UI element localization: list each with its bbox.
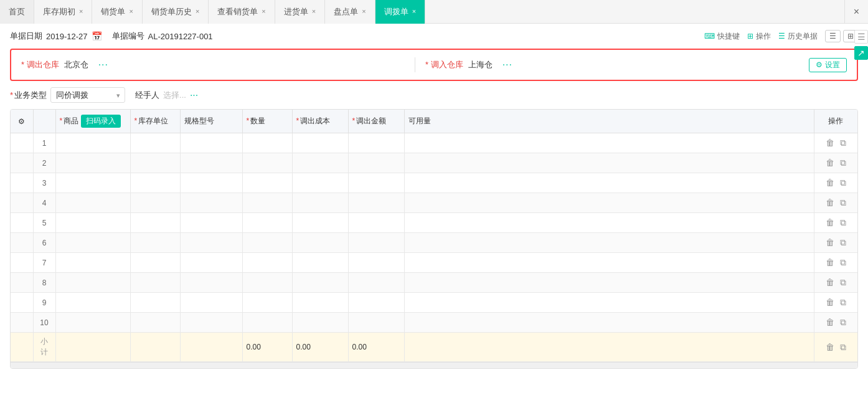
business-type-select[interactable]: 同价调拨 — [50, 87, 125, 103]
delete-icon[interactable]: 🗑 — [826, 342, 834, 352]
row-spec-cell[interactable] — [180, 313, 242, 333]
horizontal-scrollbar[interactable] — [11, 362, 857, 368]
delete-icon[interactable]: 🗑 — [826, 178, 834, 188]
row-product-cell[interactable] — [55, 173, 130, 193]
row-spec-cell[interactable] — [180, 253, 242, 273]
row-spec-cell[interactable] — [180, 173, 242, 193]
row-amount-cell[interactable] — [348, 233, 404, 253]
copy-icon[interactable]: ⧉ — [840, 138, 846, 148]
row-product-cell[interactable] — [55, 313, 130, 333]
row-qty-cell[interactable] — [242, 153, 292, 173]
row-qty-cell[interactable] — [242, 293, 292, 313]
delete-icon[interactable]: 🗑 — [826, 297, 834, 307]
row-cost-cell[interactable] — [292, 133, 348, 153]
copy-icon[interactable]: ⧉ — [840, 317, 846, 327]
row-amount-cell[interactable] — [348, 173, 404, 193]
copy-icon[interactable]: ⧉ — [840, 297, 846, 307]
row-amount-cell[interactable] — [348, 273, 404, 293]
row-cost-cell[interactable] — [292, 293, 348, 313]
row-cost-cell[interactable] — [292, 193, 348, 213]
row-qty-cell[interactable] — [242, 253, 292, 273]
close-icon[interactable]: × — [362, 8, 366, 15]
row-spec-cell[interactable] — [180, 213, 242, 233]
row-product-cell[interactable] — [55, 293, 130, 313]
row-product-cell[interactable] — [55, 253, 130, 273]
delete-icon[interactable]: 🗑 — [826, 317, 834, 327]
row-cost-cell[interactable] — [292, 273, 348, 293]
row-unit-cell[interactable] — [130, 213, 180, 233]
actions-button[interactable]: ⊞ 操作 — [747, 31, 771, 42]
close-icon[interactable]: × — [196, 8, 199, 15]
copy-icon[interactable]: ⧉ — [840, 217, 846, 227]
row-cost-cell[interactable] — [292, 253, 348, 273]
row-unit-cell[interactable] — [130, 313, 180, 333]
handler-more-button[interactable]: ··· — [190, 90, 198, 101]
row-amount-cell[interactable] — [348, 193, 404, 213]
tab-sales-order[interactable]: 销货单 × — [92, 0, 142, 24]
delete-icon[interactable]: 🗑 — [826, 138, 834, 148]
row-unit-cell[interactable] — [130, 193, 180, 213]
row-spec-cell[interactable] — [180, 153, 242, 173]
row-unit-cell[interactable] — [130, 253, 180, 273]
tab-transfer[interactable]: 调拨单 × — [375, 0, 425, 24]
row-product-cell[interactable] — [55, 273, 130, 293]
tab-inventory-init[interactable]: 库存期初 × — [34, 0, 92, 24]
row-qty-cell[interactable] — [242, 273, 292, 293]
close-icon[interactable]: × — [129, 8, 133, 15]
row-unit-cell[interactable] — [130, 293, 180, 313]
row-spec-cell[interactable] — [180, 233, 242, 253]
delete-icon[interactable]: 🗑 — [826, 257, 834, 267]
history-button[interactable]: ☰ 历史单据 — [778, 31, 818, 42]
row-qty-cell[interactable] — [242, 133, 292, 153]
row-unit-cell[interactable] — [130, 153, 180, 173]
row-unit-cell[interactable] — [130, 233, 180, 253]
tab-view-sales[interactable]: 查看销货单 × — [209, 0, 275, 24]
close-icon[interactable]: × — [262, 8, 265, 15]
copy-icon[interactable]: ⧉ — [840, 257, 846, 267]
row-qty-cell[interactable] — [242, 213, 292, 233]
col-settings-header[interactable]: ⚙ — [11, 110, 33, 133]
row-spec-cell[interactable] — [180, 193, 242, 213]
sidebar-notes-icon[interactable]: ☰ — [854, 30, 868, 44]
row-amount-cell[interactable] — [348, 153, 404, 173]
row-cost-cell[interactable] — [292, 153, 348, 173]
close-icon[interactable]: × — [312, 8, 316, 15]
copy-icon[interactable]: ⧉ — [840, 277, 846, 287]
copy-icon[interactable]: ⧉ — [840, 198, 846, 207]
row-product-cell[interactable] — [55, 193, 130, 213]
delete-icon[interactable]: 🗑 — [826, 158, 834, 168]
row-cost-cell[interactable] — [292, 313, 348, 333]
window-close-button[interactable]: × — [844, 0, 868, 24]
row-spec-cell[interactable] — [180, 133, 242, 153]
row-cost-cell[interactable] — [292, 173, 348, 193]
row-qty-cell[interactable] — [242, 313, 292, 333]
row-amount-cell[interactable] — [348, 253, 404, 273]
row-unit-cell[interactable] — [130, 133, 180, 153]
tab-purchase[interactable]: 进货单 × — [275, 0, 325, 24]
delete-icon[interactable]: 🗑 — [826, 237, 834, 247]
handler-select[interactable]: 选择... — [163, 90, 186, 101]
delete-icon[interactable]: 🗑 — [826, 217, 834, 227]
sidebar-export-icon[interactable]: ↗ — [854, 46, 868, 60]
row-spec-cell[interactable] — [180, 273, 242, 293]
row-unit-cell[interactable] — [130, 273, 180, 293]
tab-home[interactable]: 首页 — [0, 0, 34, 24]
settings-button[interactable]: ⚙ 设置 — [809, 58, 847, 72]
close-icon[interactable]: × — [79, 8, 83, 15]
tab-sales-history[interactable]: 销货单历史 × — [143, 0, 209, 24]
close-icon-transfer[interactable]: × — [412, 8, 416, 15]
to-warehouse-more-button[interactable]: ··· — [502, 59, 512, 70]
copy-icon[interactable]: ⧉ — [840, 237, 846, 247]
tab-inventory-check[interactable]: 盘点单 × — [325, 0, 375, 24]
row-amount-cell[interactable] — [348, 313, 404, 333]
from-warehouse-more-button[interactable]: ··· — [98, 59, 108, 70]
row-product-cell[interactable] — [55, 153, 130, 173]
row-cost-cell[interactable] — [292, 233, 348, 253]
scan-button[interactable]: 扫码录入 — [81, 115, 121, 128]
row-cost-cell[interactable] — [292, 213, 348, 233]
row-amount-cell[interactable] — [348, 213, 404, 233]
copy-icon[interactable]: ⧉ — [840, 178, 846, 188]
row-product-cell[interactable] — [55, 213, 130, 233]
row-amount-cell[interactable] — [348, 133, 404, 153]
row-unit-cell[interactable] — [130, 173, 180, 193]
